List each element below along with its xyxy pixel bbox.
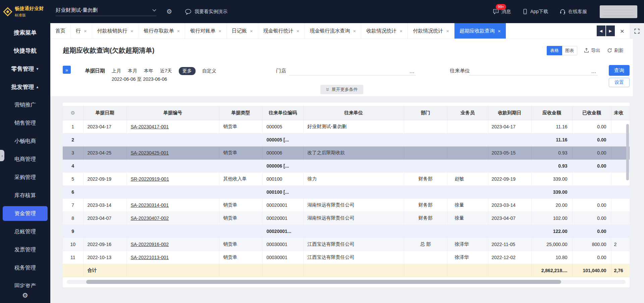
sidebar-item-wholesale[interactable]: 批发管理▲ [3, 79, 48, 94]
column-header-doc-type[interactable]: 单据类型 [219, 106, 262, 120]
table-row[interactable]: 4000006 [...0.930.00 [63, 159, 630, 172]
org-selector-dropdown[interactable]: 好业财测试-量勿删 [56, 7, 156, 16]
sidebar-item-funds[interactable]: 资金管理 [3, 206, 48, 221]
tab-payment-stats[interactable]: 付款情况统计× [408, 23, 454, 39]
export-button[interactable]: 导出 [584, 48, 600, 54]
partner-filter-input[interactable]: ... [469, 66, 598, 75]
column-header-due-date[interactable]: 收款到期日 [488, 106, 531, 120]
doc-link[interactable]: SA-20230314-001 [131, 202, 169, 208]
tab-cash-bank-flow[interactable]: 现金银行流水查询× [305, 23, 362, 39]
table-row[interactable]: 900020001...122.000.00 [63, 225, 630, 238]
column-header-received[interactable]: 已收金额 [572, 106, 611, 120]
vertical-scrollbar-thumb[interactable] [626, 124, 629, 180]
table-row[interactable]: 52022-09-19SR-20220919-001其他收入单000100徐力财… [63, 172, 630, 185]
expand-filter-panel-button[interactable]: » [63, 66, 71, 74]
column-header-unreceived[interactable]: 未收 [611, 106, 630, 120]
sidebar-item-inventory[interactable]: 库存核算 [3, 188, 48, 203]
tab-close-icon[interactable]: × [297, 28, 300, 34]
tab-scroll-right-button[interactable]: ▶ [606, 25, 615, 36]
partner-picker-ellipsis[interactable]: ... [591, 69, 596, 74]
quick-option-more[interactable]: 更多 [179, 67, 196, 75]
tab-clipped[interactable]: 行× [71, 23, 92, 39]
column-header-partner[interactable]: 往来单位 [303, 106, 404, 120]
refresh-button[interactable]: 刷新 [607, 48, 624, 54]
tab-close-icon[interactable]: × [353, 28, 356, 34]
sidebar-item-marketing[interactable]: 营销推广 [3, 98, 48, 112]
date-range-value[interactable]: 2022-06-06 至 2023-06-06 [112, 76, 167, 82]
quick-option-last-month[interactable]: 上月 [112, 68, 121, 74]
sidebar-item-search-menu[interactable]: 搜索菜单 [3, 25, 48, 40]
sidebar-item-purchasing[interactable]: 采购管理 [3, 170, 48, 185]
messages-button[interactable]: 99+ 消息 [493, 8, 511, 15]
view-table-button[interactable]: 表格 [547, 46, 562, 55]
column-header-dept[interactable]: 部门 [404, 106, 447, 120]
quick-option-last-7-days[interactable]: 近7天 [160, 68, 172, 74]
tab-receipt-stats[interactable]: 收款情况统计× [361, 23, 408, 39]
doc-link[interactable]: SA-20221013-001 [131, 255, 169, 260]
store-picker-ellipsis[interactable]: ... [410, 69, 415, 74]
tab-close-icon[interactable]: × [498, 28, 501, 34]
tab-close-icon[interactable]: × [446, 28, 449, 34]
doc-link[interactable]: SA-20230407-002 [131, 216, 169, 221]
online-service-button[interactable]: 在线客服 [559, 8, 587, 15]
sidebar-settings-gear-icon[interactable]: ⚙ [0, 288, 50, 303]
panel-collapse-handle[interactable]: › [0, 150, 4, 161]
column-header-receivable[interactable]: 应收金额 [531, 106, 572, 120]
column-header-salesperson[interactable]: 业务员 [447, 106, 488, 120]
sidebar-item-sales[interactable]: 销售管理 [3, 116, 48, 130]
horizontal-scrollbar-thumb[interactable] [86, 280, 561, 284]
sidebar-item-general-ledger[interactable]: 总账管理 [3, 224, 48, 239]
app-download-button[interactable]: App下载 [522, 9, 548, 15]
tab-cash-bank-stats[interactable]: 现金银行统计× [258, 23, 305, 39]
table-row[interactable]: 2000005 [...11.160.00 [63, 133, 630, 146]
search-button[interactable]: 查询 [609, 65, 630, 76]
settings-button[interactable]: 设置 [609, 78, 630, 87]
quick-option-this-month[interactable]: 本月 [128, 68, 137, 74]
tab-overdue-receivables[interactable]: 超期应收款查询× [454, 23, 506, 39]
tab-payment-writeoff[interactable]: 付款核销执行× [92, 23, 139, 39]
close-all-tabs-icon[interactable]: × [620, 27, 624, 35]
sidebar-item-retail[interactable]: 零售管理▼ [3, 61, 48, 76]
tab-close-icon[interactable]: × [218, 28, 221, 34]
demo-link[interactable]: 我要看实例演示 [185, 9, 227, 15]
expand-more-conditions-button[interactable]: 展开更多条件 [320, 85, 363, 94]
tab-bank-reconciliation[interactable]: 银行对账单× [185, 23, 227, 39]
sidebar-item-quick-nav[interactable]: 快捷导航 [3, 43, 48, 58]
tab-bank-deposit[interactable]: 银行存取款单× [139, 23, 185, 39]
table-row[interactable]: 12023-04-17SA-20230417-001销货单000005好业财测试… [63, 120, 630, 133]
tab-close-icon[interactable]: × [177, 28, 180, 34]
sidebar-item-ecommerce[interactable]: 电商管理 [3, 152, 48, 167]
user-account-redacted[interactable] [600, 5, 637, 18]
quick-option-custom[interactable]: 自定义 [202, 68, 216, 74]
tab-journal[interactable]: 日记账× [227, 23, 258, 39]
doc-link[interactable]: SA-20230425-001 [131, 150, 169, 156]
tab-close-icon[interactable]: × [84, 28, 87, 34]
table-row[interactable]: 112022-10-13SA-20221013-001销货单00030001江西… [63, 251, 630, 264]
tab-close-icon[interactable]: × [250, 28, 253, 34]
view-chart-button[interactable]: 图表 [562, 46, 577, 55]
store-filter-input[interactable]: ... [289, 66, 416, 75]
column-header-partner-code[interactable]: 往来单位编码 [262, 106, 303, 120]
tab-close-icon[interactable]: × [399, 28, 402, 34]
tab-close-icon[interactable]: × [130, 28, 133, 34]
tab-scroll-left-button[interactable]: ◀ [597, 25, 605, 36]
doc-link[interactable]: SR-20220919-001 [131, 176, 169, 182]
sidebar-item-invoices[interactable]: 发票管理 [3, 242, 48, 257]
table-row[interactable]: 72023-03-14SA-20230314-001销货单00020001湖南恒… [63, 198, 630, 211]
sidebar-item-tax[interactable]: 税务管理 [3, 260, 48, 275]
table-row[interactable]: 102022-09-16SA-20220916-002销货单00030001江西… [63, 238, 630, 251]
table-total-row[interactable]: 合计2,862,218....101,040.002,76 [63, 264, 630, 277]
table-row[interactable]: 82023-04-07SA-20230407-002销货单00020001湖南恒… [63, 211, 630, 225]
column-header-doc-no[interactable]: 单据编号 [126, 106, 219, 120]
column-header-doc-date[interactable]: 单据日期 [83, 106, 126, 120]
doc-link[interactable]: SA-20230417-001 [131, 124, 169, 129]
doc-link[interactable]: SA-20220916-002 [131, 242, 169, 247]
quick-option-this-year[interactable]: 本年 [144, 68, 153, 74]
topbar-gear-icon[interactable]: ⚙ [166, 8, 172, 15]
table-row[interactable]: 32023-04-25SA-20230425-001销货单000006改了之后限… [63, 146, 630, 159]
column-settings-header[interactable]: ⚙ [63, 106, 83, 120]
tab-home[interactable]: 首页 [50, 23, 71, 39]
horizontal-scrollbar-track[interactable] [67, 280, 626, 284]
table-row[interactable]: 6000100 [...339.00 [63, 185, 630, 198]
fullscreen-icon[interactable] [630, 23, 644, 39]
